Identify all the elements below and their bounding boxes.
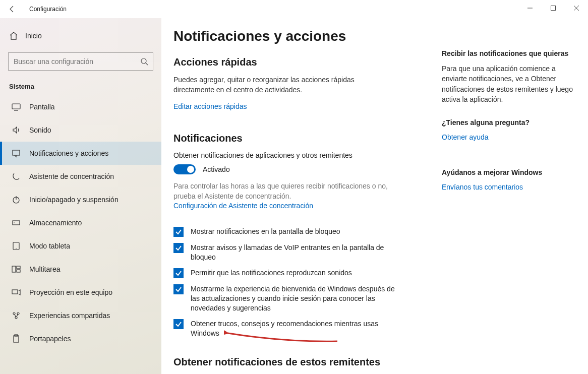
sidebar-item-label: Inicio/apagado y suspensión — [29, 196, 119, 204]
check-row-1: Mostrar avisos y llamadas de VoIP entran… — [173, 243, 395, 262]
svg-rect-6 — [13, 150, 20, 155]
sidebar-item-label: Experiencias compartidas — [29, 311, 110, 320]
back-button[interactable] — [4, 1, 20, 17]
sidebar-item-label: Modo tableta — [29, 242, 70, 250]
check-label-3: Mostrarme la experiencia de bienvenida d… — [191, 284, 395, 313]
home-label: Inicio — [25, 32, 42, 40]
aside-receive-desc: Para que una aplicación comience a envia… — [442, 64, 573, 104]
aside-question-heading: ¿Tienes alguna pregunta? — [442, 118, 573, 127]
sidebar-item-multitask[interactable]: Multitarea — [0, 258, 161, 281]
multitask-icon — [11, 265, 21, 274]
svg-rect-20 — [14, 336, 19, 342]
sidebar-item-label: Asistente de concentración — [29, 172, 114, 180]
checkbox-2[interactable] — [173, 268, 184, 278]
section-header: Sistema — [0, 80, 161, 95]
svg-rect-4 — [12, 104, 20, 109]
search-input[interactable] — [8, 52, 153, 71]
sidebar-item-storage[interactable]: Almacenamiento — [0, 211, 161, 234]
aside-receive-heading: Recibir las notificaciones que quieras — [442, 49, 573, 57]
svg-rect-13 — [12, 266, 16, 272]
check-row-2: Permitir que las notificaciones reproduz… — [173, 268, 395, 278]
check-label-0: Mostrar notificaciones en la pantalla de… — [191, 227, 340, 236]
svg-point-10 — [14, 222, 15, 223]
svg-point-19 — [15, 317, 17, 319]
quick-actions-heading: Acciones rápidas — [173, 56, 422, 68]
check-label-1: Mostrar avisos y llamadas de VoIP entran… — [191, 243, 395, 262]
svg-rect-16 — [12, 290, 18, 294]
storage-icon — [11, 218, 21, 227]
notifications-icon — [11, 149, 21, 158]
project-icon — [11, 288, 21, 297]
sidebar-item-project[interactable]: Proyección en este equipo — [0, 281, 161, 304]
close-button[interactable] — [565, 0, 588, 16]
check-row-3: Mostrarme la experiencia de bienvenida d… — [173, 284, 395, 313]
notifications-toggle-label: Obtener notificaciones de aplicaciones y… — [173, 151, 422, 159]
sidebar-item-label: Almacenamiento — [29, 219, 82, 227]
svg-point-2 — [141, 58, 146, 64]
help-link[interactable]: Obtener ayuda — [442, 133, 489, 141]
display-icon — [11, 102, 21, 111]
clipboard-icon — [11, 334, 21, 343]
page-title: Notificaciones y acciones — [173, 28, 422, 44]
search-field[interactable] — [9, 57, 136, 66]
focus-icon — [11, 172, 21, 181]
check-label-2: Permitir que las notificaciones reproduz… — [191, 268, 352, 278]
sidebar-item-label: Portapapeles — [29, 335, 71, 343]
svg-point-17 — [13, 313, 15, 315]
sidebar-item-clipboard[interactable]: Portapapeles — [0, 327, 161, 350]
minimize-button[interactable] — [518, 0, 542, 16]
sidebar-item-tablet[interactable]: Modo tableta — [0, 234, 161, 258]
sidebar-item-power[interactable]: Inicio/apagado y suspensión — [0, 188, 161, 211]
sound-icon — [11, 126, 21, 135]
sidebar-item-notifications[interactable]: Notificaciones y acciones — [0, 142, 161, 165]
notifications-toggle[interactable] — [173, 164, 196, 174]
sidebar-item-label: Proyección en este equipo — [29, 288, 112, 296]
home-button[interactable]: Inicio — [0, 24, 161, 47]
svg-rect-15 — [17, 270, 20, 272]
svg-rect-14 — [17, 266, 20, 269]
sidebar-item-label: Sonido — [29, 126, 51, 134]
home-icon — [9, 31, 18, 40]
shared-icon — [11, 311, 21, 320]
sidebar-item-label: Notificaciones y acciones — [29, 149, 108, 157]
svg-line-3 — [146, 63, 148, 65]
svg-rect-9 — [13, 221, 20, 225]
svg-point-12 — [16, 248, 16, 248]
checkbox-1[interactable] — [173, 243, 184, 253]
svg-rect-1 — [551, 6, 556, 11]
senders-heading: Obtener notificaciones de estos remitent… — [173, 356, 422, 368]
window-title: Configuración — [29, 6, 67, 13]
sidebar-item-shared[interactable]: Experiencias compartidas — [0, 304, 161, 327]
sidebar: Inicio Sistema PantallaSonidoNotificacio… — [0, 18, 161, 374]
main-content: Notificaciones y acciones Acciones rápid… — [173, 28, 422, 374]
annotation-arrow — [224, 329, 340, 344]
edit-quick-actions-link[interactable]: Editar acciones rápidas — [173, 102, 247, 110]
checkbox-0[interactable] — [173, 227, 184, 237]
checkbox-3[interactable] — [173, 284, 184, 294]
sidebar-item-focus[interactable]: Asistente de concentración — [0, 165, 161, 188]
sidebar-item-display[interactable]: Pantalla — [0, 95, 161, 118]
sidebar-item-sound[interactable]: Sonido — [0, 118, 161, 142]
titlebar: Configuración — [0, 0, 588, 18]
search-icon — [136, 57, 153, 66]
aside: Recibir las notificaciones que quieras P… — [442, 28, 573, 374]
sidebar-item-label: Multitarea — [29, 265, 60, 273]
tablet-icon — [11, 241, 21, 251]
feedback-link[interactable]: Envíanos tus comentarios — [442, 183, 523, 191]
quick-actions-desc: Puedes agregar, quitar o reorganizar las… — [173, 75, 395, 95]
maximize-button[interactable] — [542, 0, 565, 16]
focus-config-link[interactable]: Configuración de Asistente de concentrac… — [173, 202, 313, 210]
checkbox-4[interactable] — [173, 319, 184, 329]
notifications-heading: Notificaciones — [173, 133, 422, 144]
power-icon — [11, 195, 21, 204]
check-row-0: Mostrar notificaciones en la pantalla de… — [173, 227, 395, 237]
sidebar-item-label: Pantalla — [29, 103, 55, 111]
toggle-state: Activado — [203, 165, 230, 173]
focus-note: Para controlar las horas a las que quier… — [173, 181, 390, 201]
aside-improve-heading: Ayúdanos a mejorar Windows — [442, 168, 573, 176]
svg-point-18 — [17, 313, 19, 315]
